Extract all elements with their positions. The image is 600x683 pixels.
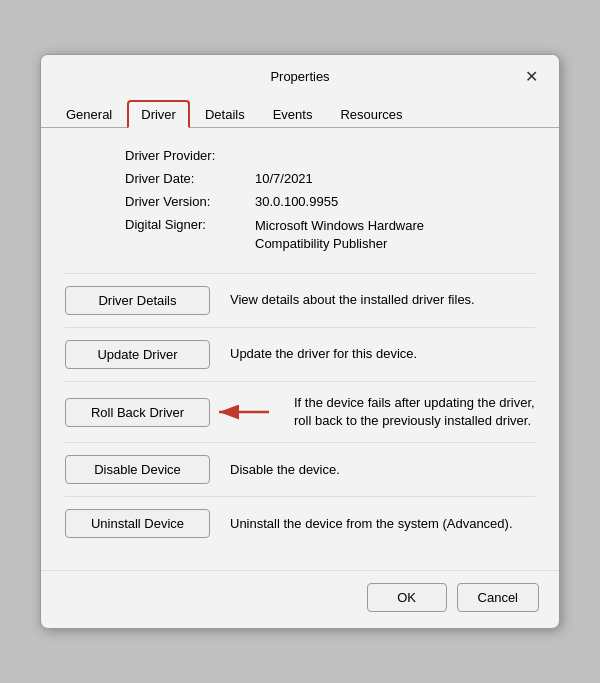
driver-info-table: Driver Provider: Driver Date: 10/7/2021 … xyxy=(125,148,535,253)
info-row-version: Driver Version: 30.0.100.9955 xyxy=(125,194,535,209)
dialog-title: Properties xyxy=(81,69,519,84)
info-row-date: Driver Date: 10/7/2021 xyxy=(125,171,535,186)
tab-general[interactable]: General xyxy=(53,101,125,128)
info-row-signer: Digital Signer: Microsoft Windows Hardwa… xyxy=(125,217,535,253)
driver-details-row: Driver Details View details about the in… xyxy=(65,278,535,323)
tab-driver[interactable]: Driver xyxy=(127,100,190,128)
tab-content: Driver Provider: Driver Date: 10/7/2021 … xyxy=(41,128,559,563)
disable-device-button[interactable]: Disable Device xyxy=(65,455,210,484)
update-driver-button[interactable]: Update Driver xyxy=(65,340,210,369)
update-driver-row: Update Driver Update the driver for this… xyxy=(65,332,535,377)
label-date: Driver Date: xyxy=(125,171,255,186)
driver-details-button[interactable]: Driver Details xyxy=(65,286,210,315)
tab-bar: General Driver Details Events Resources xyxy=(41,93,559,128)
dialog-footer: OK Cancel xyxy=(41,570,559,628)
value-version: 30.0.100.9955 xyxy=(255,194,338,209)
ok-button[interactable]: OK xyxy=(367,583,447,612)
tab-events[interactable]: Events xyxy=(260,101,326,128)
uninstall-device-desc: Uninstall the device from the system (Ad… xyxy=(230,515,535,533)
properties-dialog: Properties ✕ General Driver Details Even… xyxy=(40,54,560,630)
roll-back-driver-button[interactable]: Roll Back Driver xyxy=(65,398,210,427)
cancel-button[interactable]: Cancel xyxy=(457,583,539,612)
uninstall-device-button[interactable]: Uninstall Device xyxy=(65,509,210,538)
title-bar: Properties ✕ xyxy=(41,55,559,89)
tab-details[interactable]: Details xyxy=(192,101,258,128)
label-version: Driver Version: xyxy=(125,194,255,209)
roll-back-driver-row: Roll Back Driver If the device fails aft… xyxy=(65,386,535,438)
info-row-provider: Driver Provider: xyxy=(125,148,535,163)
disable-device-row: Disable Device Disable the device. xyxy=(65,447,535,492)
roll-back-driver-desc: If the device fails after updating the d… xyxy=(294,394,535,430)
action-buttons: Driver Details View details about the in… xyxy=(65,278,535,546)
value-date: 10/7/2021 xyxy=(255,171,313,186)
label-signer: Digital Signer: xyxy=(125,217,255,232)
uninstall-device-row: Uninstall Device Uninstall the device fr… xyxy=(65,501,535,546)
disable-device-desc: Disable the device. xyxy=(230,461,535,479)
tab-resources[interactable]: Resources xyxy=(327,101,415,128)
value-signer: Microsoft Windows Hardware Compatibility… xyxy=(255,217,475,253)
update-driver-desc: Update the driver for this device. xyxy=(230,345,535,363)
red-arrow-icon xyxy=(214,400,274,424)
label-provider: Driver Provider: xyxy=(125,148,255,163)
close-button[interactable]: ✕ xyxy=(519,65,543,89)
driver-details-desc: View details about the installed driver … xyxy=(230,291,535,309)
